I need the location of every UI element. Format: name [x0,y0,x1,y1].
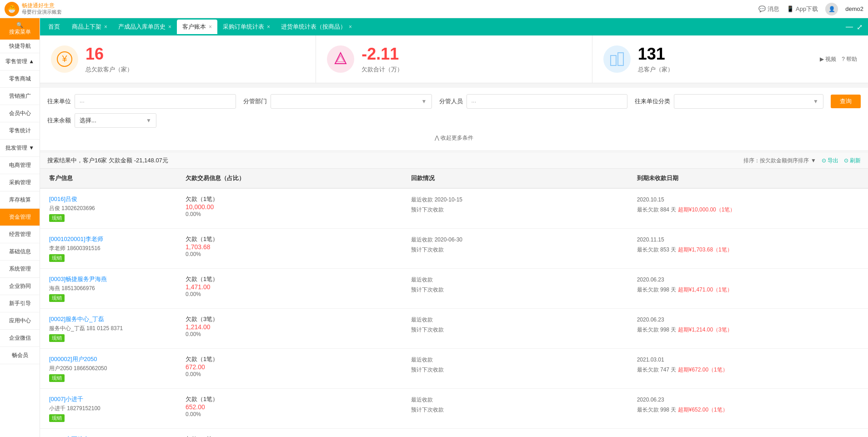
overdue-link-3[interactable]: 超期¥1,214.00（3笔） [678,326,733,333]
overdue-link-4[interactable]: 超期¥672.00（1笔） [678,367,728,373]
sidebar-item-member[interactable]: 会员中心 [0,105,40,122]
retail-mall-label: 零售商城 [9,75,31,82]
stats-row: ¥ 16 总欠款客户（家） -2.11 欠款合计（万） [40,35,868,83]
sidebar-item-capital[interactable]: 资金管理 [0,209,40,226]
from-unit-dots: ··· [80,98,85,105]
svg-rect-3 [618,53,623,65]
sidebar-item-inventory[interactable]: 库存核算 [0,191,40,209]
tab-purchase-stats[interactable]: 采购订单统计表 × [217,20,276,34]
dept-select[interactable]: ▼ [271,94,432,109]
overdue-link-5[interactable]: 超期¥652.00（1笔） [678,407,728,413]
table-row: [0001020001]李老师 李老师 18600391516 现销 欠款（1笔… [40,229,868,269]
from-unit-label: 往来单位 [47,97,71,105]
recovery-cell-0: 最近收款 2020-10-15 预计下次收款 [409,194,635,216]
overdue-link-1[interactable]: 超期¥1,703.68（1笔） [678,246,733,253]
sort-select[interactable]: 排序：按欠款金额倒序排序 ▼ [743,157,816,165]
tab-products-shelf-close[interactable]: × [104,24,107,30]
sidebar-item-enterprise-collab[interactable]: 企业协同 [0,278,40,295]
overdue-link-0[interactable]: 超期¥10,000.00（1笔） [678,206,736,213]
app-download-btn[interactable]: 📱 App下载 [787,5,818,13]
debt-count-6: 欠款（1笔） [186,435,407,437]
tab-purchase-stats-label: 采购订单统计表 [223,23,264,31]
debt-cell-3: 欠款（3笔） 1,214.00 0.00% [184,314,409,338]
recovery-cell-5: 最近收款 预计下次收款 [409,394,635,416]
sidebar-item-ecommerce[interactable]: 电商管理 [0,157,40,174]
tab-maximize-btn[interactable]: ⤢ [857,23,863,31]
sidebar-item-purchase[interactable]: 采购管理 [0,174,40,191]
help-btn[interactable]: ? 帮助 [842,55,857,63]
tab-customer-account[interactable]: 客户账本 × [177,20,217,34]
tab-inbound-stats[interactable]: 进货单统计表（按商品） × [276,20,357,34]
top-bar-right: 💬 消息 📱 App下载 👤 demo2 [758,3,863,15]
tab-products-history[interactable]: 产成品入库单历史 × [113,20,177,34]
debt-cell-0: 欠款（1笔） 10,000.00 0.00% [184,194,409,218]
customer-phone-3: 服务中心_丁磊 181 0125 8371 [49,325,182,332]
sidebar-item-marketing[interactable]: 营销推广 [0,88,40,105]
sort-arrow-icon: ▼ [811,157,816,164]
tab-minimize-btn[interactable]: — [846,23,853,31]
customer-name-2[interactable]: [0003]畅捷服务尹海燕 [49,275,182,283]
table-header: 客户信息 欠款交易信息（占比） 回款情况 到期未收款日期 [40,169,868,189]
customer-name-4[interactable]: [000002]用户2050 [49,355,182,363]
tab-customer-account-close[interactable]: × [209,24,212,30]
balance-select[interactable]: 选择... ▼ [75,113,156,128]
customer-name-5[interactable]: [0007]小进千 [49,395,182,403]
tab-bar-actions: — ⤢ [846,23,866,31]
customer-name-3[interactable]: [0002]服务中心_丁磊 [49,315,182,323]
from-unit-input[interactable]: ··· [75,94,236,109]
customer-cell-2: [0003]畅捷服务尹海燕 海燕 18513066976 现销 [47,274,184,303]
recovery-cell-6: 最近收款 预计下次收款 [409,434,635,437]
sidebar-item-enterprise-wechat[interactable]: 企业微信 [0,330,40,347]
sidebar-item-retail-mgmt[interactable]: 零售管理 ▲ [0,53,40,70]
customer-name-0[interactable]: [0016]吕俊 [49,195,182,203]
sidebar-item-vip-member[interactable]: 畅会员 [0,347,40,364]
retail-mgmt-label: 零售管理 ▲ [5,58,34,65]
manager-label: 分管人员 [439,97,463,105]
customer-name-6[interactable]: [0006]去下粮仓 [49,435,182,437]
tab-purchase-stats-close[interactable]: × [267,24,270,30]
last-payment-2: 最近收款 [411,275,633,285]
sidebar-item-batch-mgmt[interactable]: 批发管理 ▼ [0,140,40,157]
user-avatar[interactable]: 👤 [825,3,838,15]
sidebar-item-operations[interactable]: 经营管理 [0,226,40,243]
stat-card-debt-amount: -2.11 欠款合计（万） [316,35,592,83]
stat-value-total-customers: 131 [638,45,673,64]
table-row: [0007]小进千 小进千 18279152100 现销 欠款（1笔） 652.… [40,389,868,429]
user-name[interactable]: demo2 [845,5,863,12]
message-btn[interactable]: 💬 消息 [758,5,779,13]
collapse-row[interactable]: ⋀ 收起更多条件 [47,132,861,144]
tab-products-history-close[interactable]: × [168,24,171,30]
customer-name-1[interactable]: [0001020001]李老师 [49,235,182,243]
export-label: 导出 [828,157,838,165]
sidebar-item-new-guide[interactable]: 新手引导 [0,295,40,312]
unit-category-select[interactable]: ▼ [674,94,823,109]
filter-area: 往来单位 ··· 分管部门 ▼ [40,88,868,150]
logo-sub: 母婴行业演示账套 [22,9,62,15]
purchase-label: 采购管理 [9,179,31,186]
sidebar-item-retail-stats[interactable]: 零售统计 [0,122,40,140]
query-btn[interactable]: 查询 [831,95,861,108]
tab-home[interactable]: 首页 [42,20,66,34]
overdue-link-2[interactable]: 超期¥1,471.00（1笔） [678,286,733,293]
tab-home-label: 首页 [48,23,60,31]
video-btn[interactable]: ▶ 视频 [820,55,836,63]
recovery-cell-3: 最近收款 预计下次收款 [409,314,635,336]
overdue-days-5: 最长欠款 998 天 超期¥652.00（1笔） [637,405,859,415]
sidebar-item-system[interactable]: 系统管理 [0,261,40,278]
sidebar-item-retail-mall[interactable]: 零售商城 [0,70,40,88]
tab-products-shelf[interactable]: 商品上下架 × [66,20,113,34]
sidebar-search[interactable]: 🔍 搜索菜单 [0,18,40,40]
manager-input[interactable]: ··· [467,94,628,109]
sidebar-item-app-center[interactable]: 应用中心 [0,312,40,330]
tab-inbound-stats-close[interactable]: × [349,24,352,30]
sidebar-quick-nav[interactable]: 快捷导航 [0,40,40,53]
refresh-btn[interactable]: ⊙ 刷新 [844,157,861,165]
due-date-2: 2020.06.23 [637,275,859,285]
stat-icon-amount [327,45,354,73]
debt-cell-4: 欠款（1笔） 672.00 0.00% [184,354,409,378]
due-cell-2: 2020.06.23 最长欠款 998 天 超期¥1,471.00（1笔） [635,274,861,296]
video-label: 视频 [825,55,836,63]
sidebar-item-basic-info[interactable]: 基础信息 [0,243,40,261]
export-btn[interactable]: ⊙ 导出 [822,157,838,165]
customer-cell-0: [0016]吕俊 吕俊 13026203696 现销 [47,194,184,223]
